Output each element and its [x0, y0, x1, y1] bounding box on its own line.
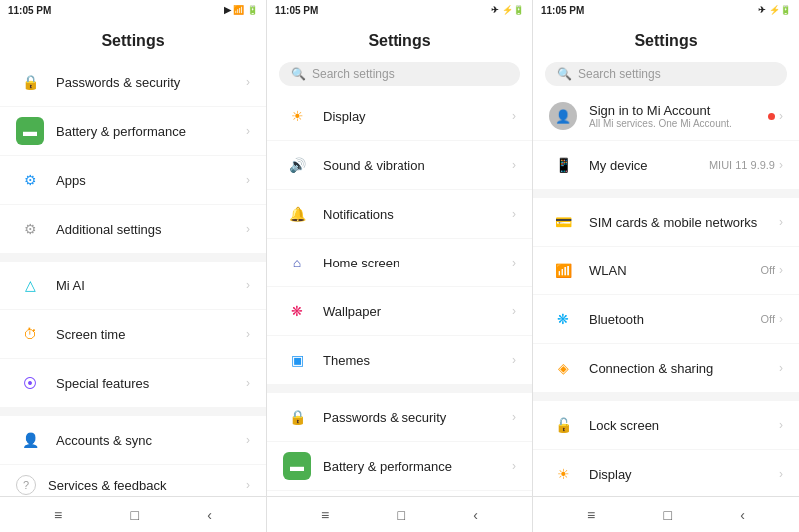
section-gap-1 [0, 254, 266, 262]
display-icon: ☀ [283, 102, 311, 130]
section-gap-p3a [533, 190, 799, 198]
bluetooth-value: Off [761, 313, 775, 325]
search-bar-2[interactable]: 🔍 Search settings [279, 62, 520, 86]
chevron-icon: › [246, 278, 250, 292]
panel-3-title: Settings [533, 20, 799, 58]
item-lockscreen[interactable]: 🔓 Lock screen › [533, 401, 799, 450]
item-sound[interactable]: 🔊 Sound & vibration › [267, 141, 532, 190]
panel-1-title: Settings [0, 20, 266, 58]
item-passwords2[interactable]: 🔒 Passwords & security › [267, 393, 532, 442]
display2-icon: ☀ [549, 460, 577, 488]
chevron-icon: › [246, 173, 250, 187]
item-apps[interactable]: ⚙ Apps › [0, 156, 266, 205]
item-miai[interactable]: △ Mi AI › [0, 262, 266, 310]
status-section-1: 11:05 PM ▶ 📶 🔋 [0, 0, 267, 20]
wlan-label: WLAN [589, 264, 761, 278]
item-passwords[interactable]: 🔒 Passwords & security › [0, 58, 266, 107]
item-bluetooth[interactable]: ❋ Bluetooth Off › [533, 295, 799, 344]
bottom-nav-1: ≡ □ ‹ [0, 497, 267, 532]
back-btn-1[interactable]: ‹ [207, 507, 212, 523]
hamburger-btn-3[interactable]: ≡ [587, 507, 595, 523]
status-bar: 11:05 PM ▶ 📶 🔋 11:05 PM ✈ ⚡🔋 11:05 PM ✈ … [0, 0, 799, 20]
chevron-icon: › [246, 327, 250, 341]
item-battery[interactable]: ▬ Battery & performance › [0, 107, 266, 156]
battery2-icon: ▬ [283, 452, 311, 480]
item-signin[interactable]: 👤 Sign in to Mi Account All Mi services.… [533, 92, 799, 141]
services-label: Services & feedback [48, 478, 246, 493]
simcards-label: SIM cards & mobile networks [589, 215, 779, 230]
passwords2-icon: 🔒 [283, 403, 311, 431]
bottom-nav: ≡ □ ‹ ≡ □ ‹ ≡ □ ‹ [0, 496, 799, 532]
chevron-icon: › [246, 75, 250, 89]
item-accounts[interactable]: 👤 Accounts & sync › [0, 416, 266, 465]
bottom-nav-3: ≡ □ ‹ [533, 497, 799, 532]
homescreen-icon: ⌂ [283, 249, 311, 276]
chevron-icon: › [512, 256, 516, 269]
item-themes[interactable]: ▣ Themes › [267, 336, 532, 385]
status-icons-2: ✈ ⚡🔋 [491, 5, 524, 15]
accounts-label: Accounts & sync [56, 433, 246, 448]
item-services[interactable]: ? Services & feedback › [0, 465, 266, 496]
panel-2-list: ☀ Display › 🔊 Sound & vibration › 🔔 Noti… [267, 92, 532, 496]
panel-1-list: 🔒 Passwords & security › ▬ Battery & per… [0, 58, 266, 496]
item-wallpaper[interactable]: ❋ Wallpaper › [267, 287, 532, 336]
status-time-1: 11:05 PM [8, 5, 51, 16]
search-placeholder-2: Search settings [312, 67, 395, 81]
item-display2[interactable]: ☀ Display › [533, 450, 799, 496]
item-display[interactable]: ☀ Display › [267, 92, 532, 141]
item-homescreen[interactable]: ⌂ Home screen › [267, 239, 532, 287]
chevron-icon: › [779, 158, 783, 172]
item-battery2[interactable]: ▬ Battery & performance › [267, 442, 532, 491]
chevron-icon: › [512, 304, 516, 318]
back-btn-3[interactable]: ‹ [740, 507, 745, 523]
chevron-icon: › [246, 124, 250, 138]
wlan-value: Off [761, 265, 775, 276]
wallpaper-label: Wallpaper [323, 304, 512, 319]
notifications-label: Notifications [323, 207, 512, 222]
mydevice-label: My device [589, 158, 709, 173]
item-notifications[interactable]: 🔔 Notifications › [267, 190, 532, 239]
status-section-2: 11:05 PM ✈ ⚡🔋 [267, 0, 533, 20]
search-placeholder-3: Search settings [578, 67, 661, 81]
themes-label: Themes [323, 353, 512, 368]
item-simcards[interactable]: 💳 SIM cards & mobile networks › [533, 198, 799, 247]
chevron-icon: › [246, 222, 250, 236]
accounts-icon: 👤 [16, 426, 44, 454]
display2-label: Display [589, 467, 779, 482]
battery2-label: Battery & performance [323, 459, 512, 474]
square-btn-2[interactable]: □ [398, 507, 405, 523]
chevron-icon: › [779, 215, 783, 229]
search-icon-3: 🔍 [557, 67, 572, 81]
mydevice-icon: 📱 [549, 151, 577, 179]
chevron-icon: › [779, 418, 783, 432]
section-gap-2 [0, 408, 266, 416]
item-additional[interactable]: ⚙ Additional settings › [0, 205, 266, 254]
bluetooth-icon: ❋ [549, 305, 577, 333]
homescreen-label: Home screen [323, 256, 512, 270]
hamburger-btn-2[interactable]: ≡ [321, 507, 329, 523]
item-special[interactable]: ⦿ Special features › [0, 359, 266, 408]
themes-icon: ▣ [283, 346, 311, 374]
battery-icon: ▬ [16, 117, 44, 145]
section-gap-p2 [267, 385, 532, 393]
mydevice-value: MIUI 11 9.9.9 [709, 159, 775, 171]
chevron-icon: › [512, 410, 516, 424]
item-connection[interactable]: ◈ Connection & sharing › [533, 344, 799, 393]
item-wlan[interactable]: 📶 WLAN Off › [533, 247, 799, 295]
back-btn-2[interactable]: ‹ [473, 507, 478, 523]
status-section-3: 11:05 PM ✈ ⚡🔋 [533, 0, 799, 20]
sound-label: Sound & vibration [323, 158, 512, 173]
square-btn-3[interactable]: □ [664, 507, 672, 523]
screentime-label: Screen time [56, 327, 246, 342]
square-btn-1[interactable]: □ [131, 507, 139, 523]
wallpaper-icon: ❋ [283, 297, 311, 325]
chevron-icon: › [779, 312, 783, 326]
chevron-icon: › [512, 109, 516, 123]
item-mydevice[interactable]: 📱 My device MIUI 11 9.9.9 › [533, 141, 799, 190]
lockscreen-icon: 🔓 [549, 411, 577, 439]
special-label: Special features [56, 376, 246, 391]
section-gap-p3b [533, 393, 799, 401]
item-screentime[interactable]: ⏱ Screen time › [0, 310, 266, 359]
search-bar-3[interactable]: 🔍 Search settings [545, 62, 787, 86]
hamburger-btn-1[interactable]: ≡ [54, 507, 62, 523]
